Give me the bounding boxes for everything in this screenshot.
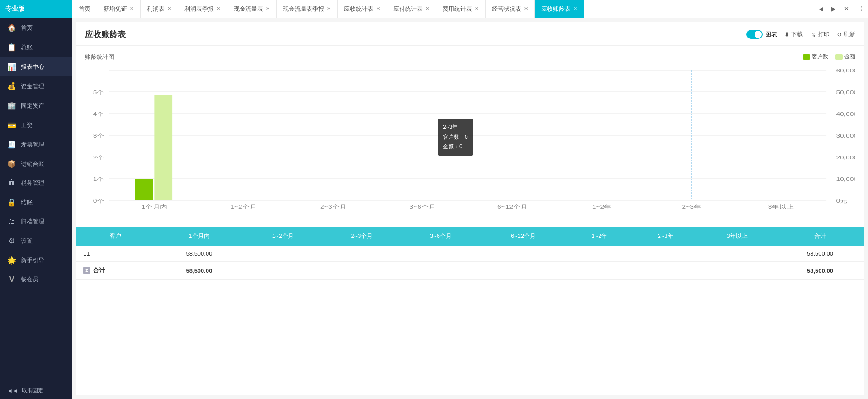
col-total: 合计	[776, 227, 864, 246]
total-icon: Σ	[83, 267, 90, 274]
home-icon: 🏠	[7, 24, 16, 32]
sidebar-pin-label: 取消固定	[22, 387, 43, 394]
tab-aging-close[interactable]: ✕	[573, 6, 577, 12]
tab-cashflow-quarter[interactable]: 现金流量表季报 ✕	[277, 0, 338, 18]
reports-icon: 📊	[7, 62, 16, 71]
sidebar-item-archive[interactable]: 🗂 归档管理	[0, 212, 72, 231]
chart-toggle[interactable]	[746, 30, 763, 39]
tab-receivable-stat-label: 应收统计表	[344, 5, 373, 13]
refresh-label: 刷新	[844, 30, 855, 38]
sidebar-item-ledger[interactable]: 📋 总账	[0, 38, 72, 57]
inventory-icon: 📦	[7, 160, 16, 168]
svg-text:2个: 2个	[93, 155, 104, 160]
total-y2	[566, 262, 632, 280]
tab-cashflow-quarter-label: 现金流量表季报	[283, 5, 324, 13]
settings-icon: ⚙	[7, 237, 16, 245]
tab-profit-quarter[interactable]: 利润表季报 ✕	[178, 0, 227, 18]
tab-profit-quarter-close[interactable]: ✕	[217, 6, 221, 12]
tab-aging-label: 应收账龄表	[541, 5, 571, 13]
archive-icon: 🗂	[7, 218, 16, 226]
total-total: 58,500.00	[776, 262, 864, 280]
bar-customers-1[interactable]	[135, 179, 153, 200]
tab-payable-stat[interactable]: 应付统计表 ✕	[387, 0, 436, 18]
tab-profit[interactable]: 利润表 ✕	[141, 0, 178, 18]
tab-payable-stat-close[interactable]: ✕	[425, 6, 429, 12]
tab-business-stat-close[interactable]: ✕	[524, 6, 528, 12]
page-title: 应收账龄表	[85, 29, 746, 40]
svg-text:1~2个月: 1~2个月	[230, 204, 257, 209]
svg-text:5个: 5个	[93, 90, 104, 95]
tab-receivable-stat[interactable]: 应收统计表 ✕	[338, 0, 387, 18]
col-m3: 2~3个月	[322, 227, 401, 246]
header-actions: 图表 ⬇ 下载 🖨 打印 ↻ 刷新	[746, 30, 855, 39]
cell-m12	[480, 246, 566, 262]
sidebar-item-salary[interactable]: 💳 工资	[0, 115, 72, 135]
print-button[interactable]: 🖨 打印	[810, 30, 830, 38]
table-total-row: Σ 合计 58,500.00 58,500.00	[76, 262, 864, 280]
tab-cashflow-quarter-close[interactable]: ✕	[327, 6, 331, 12]
cell-y3	[632, 246, 698, 262]
tab-voucher-close[interactable]: ✕	[130, 6, 134, 12]
sidebar-item-guide[interactable]: 🌟 新手引导	[0, 251, 72, 270]
col-y2: 1~2年	[566, 227, 632, 246]
tab-close-all-button[interactable]: ✕	[841, 4, 852, 14]
tab-receivable-stat-close[interactable]: ✕	[376, 6, 380, 12]
tab-business-stat[interactable]: 经营状况表 ✕	[486, 0, 535, 18]
sidebar-item-close[interactable]: 🔒 结账	[0, 193, 72, 212]
tab-cashflow[interactable]: 现金流量表 ✕	[227, 0, 277, 18]
ledger-icon: 📋	[7, 43, 16, 52]
download-button[interactable]: ⬇ 下载	[784, 30, 803, 38]
cell-m2	[243, 246, 322, 262]
main-area: 首页 新增凭证 ✕ 利润表 ✕ 利润表季报 ✕ 现金流量表 ✕ 现金流量表季报 …	[72, 0, 868, 399]
tab-expense-stat-close[interactable]: ✕	[475, 6, 479, 12]
col-customer: 客户	[76, 227, 155, 246]
assets-icon: 🏢	[7, 101, 16, 110]
sidebar-item-funds[interactable]: 💰 资金管理	[0, 76, 72, 96]
tab-payable-stat-label: 应付统计表	[393, 5, 423, 13]
legend-customers-label: 客户数	[812, 53, 828, 61]
tab-next-button[interactable]: ▶	[828, 4, 839, 14]
total-label: 合计	[93, 266, 105, 275]
print-icon: 🖨	[810, 31, 816, 38]
total-label-cell: Σ 合计	[76, 262, 155, 280]
tab-prev-button[interactable]: ◀	[816, 4, 826, 14]
svg-text:1个月内: 1个月内	[142, 204, 167, 209]
sidebar-pin-toggle[interactable]: ◄◄ 取消固定	[0, 382, 72, 399]
cell-m3	[322, 246, 401, 262]
svg-text:6~12个月: 6~12个月	[497, 204, 528, 209]
sidebar-item-reports[interactable]: 📊 报表中心	[0, 57, 72, 76]
tab-business-stat-label: 经营状况表	[492, 5, 521, 13]
sidebar-label-settings: 设置	[21, 237, 33, 245]
total-m1: 58,500.00	[155, 262, 244, 280]
chart-title: 账龄统计图	[85, 53, 855, 61]
sidebar-item-tax[interactable]: 🏛 税务管理	[0, 174, 72, 193]
sidebar-label-funds: 资金管理	[21, 82, 44, 90]
sidebar-label-assets: 固定资产	[21, 102, 44, 110]
sidebar-item-settings[interactable]: ⚙ 设置	[0, 231, 72, 251]
funds-icon: 💰	[7, 82, 16, 90]
chart-svg-wrapper: 0个 1个 2个 3个 4个 5个 0元 10,000.00元 20,000.0…	[85, 65, 855, 218]
sidebar-item-invoices[interactable]: 🧾 发票管理	[0, 135, 72, 154]
bar-amount-1[interactable]	[154, 95, 172, 200]
sidebar-item-home[interactable]: 🏠 首页	[0, 18, 72, 38]
tab-profit-close[interactable]: ✕	[167, 6, 171, 12]
tab-profit-quarter-label: 利润表季报	[184, 5, 214, 13]
tab-voucher[interactable]: 新增凭证 ✕	[97, 0, 141, 18]
tab-cashflow-close[interactable]: ✕	[266, 6, 270, 12]
table-wrap: 客户 1个月内 1~2个月 2~3个月 3~6个月 6~12个月 1~2年 2~…	[76, 227, 864, 280]
tab-home[interactable]: 首页	[72, 0, 97, 18]
tab-home-label: 首页	[79, 5, 90, 13]
content-area: 应收账龄表 图表 ⬇ 下载 🖨 打印 ↻ 刷新	[76, 22, 864, 395]
refresh-button[interactable]: ↻ 刷新	[837, 30, 855, 38]
svg-text:2~3个月: 2~3个月	[320, 204, 347, 209]
sidebar-item-vip[interactable]: V 畅会员	[0, 270, 72, 289]
chart-toggle-label: 图表	[765, 30, 777, 38]
tab-expense-stat[interactable]: 费用统计表 ✕	[436, 0, 486, 18]
sidebar-item-inventory[interactable]: 📦 进销台账	[0, 154, 72, 174]
print-label: 打印	[818, 30, 830, 38]
tab-aging[interactable]: 应收账龄表 ✕	[535, 0, 584, 18]
tab-maximize-button[interactable]: ⛶	[854, 4, 864, 14]
sidebar-item-assets[interactable]: 🏢 固定资产	[0, 96, 72, 115]
col-m12: 6~12个月	[480, 227, 566, 246]
download-icon: ⬇	[784, 31, 789, 38]
